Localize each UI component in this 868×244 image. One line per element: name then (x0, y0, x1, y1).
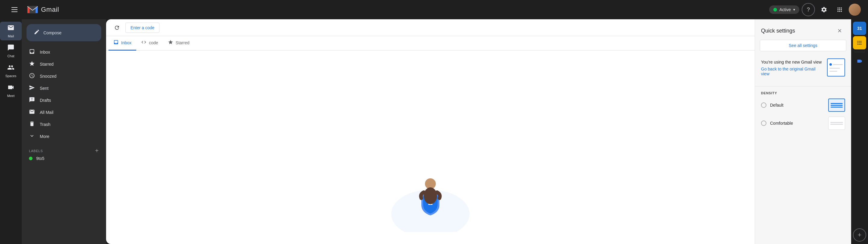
tab-starred[interactable]: Starred (163, 36, 194, 51)
inbox-tab-label: Inbox (121, 40, 131, 45)
inbox-icon (29, 49, 35, 56)
tab-inbox[interactable]: Inbox (108, 36, 136, 51)
tasks-button[interactable] (853, 36, 866, 50)
meet-nav-label: Meet (7, 94, 14, 98)
spaces-nav-icon (7, 64, 14, 73)
sidebar-item-drafts[interactable]: Drafts (24, 94, 101, 106)
quick-settings-header: Quick settings (755, 19, 851, 40)
nav-item-spaces[interactable]: Spaces (0, 61, 22, 80)
sidebar-item-all-mail[interactable]: All Mail (24, 106, 101, 118)
starred-icon (29, 61, 35, 68)
settings-button[interactable] (817, 3, 831, 16)
label-item-9to5[interactable]: 9to5 (29, 154, 99, 163)
sidebar-item-starred[interactable]: Starred (24, 58, 101, 70)
dp-line-1 (831, 103, 843, 104)
density-comfortable-row[interactable]: Comfortable (755, 114, 851, 132)
topbar: Gmail Active ▾ ? (0, 0, 868, 19)
sidebar-nav-list: Inbox Starred Snoozed Sent (22, 46, 106, 143)
compose-button[interactable]: Compose (27, 24, 101, 41)
quick-settings-title: Quick settings (761, 28, 795, 34)
labels-section: LABELS + 9to5 (22, 143, 106, 165)
tabs-row: Inbox code Starred (106, 36, 755, 51)
tab-code[interactable]: code (136, 36, 163, 51)
svg-point-9 (424, 187, 437, 204)
density-comfortable-left: Comfortable (761, 121, 793, 126)
labels-add-button[interactable]: + (95, 147, 99, 154)
sidebar-item-inbox[interactable]: Inbox (24, 46, 101, 58)
compose-icon (34, 29, 40, 36)
right-icon-sep-1 (854, 52, 865, 52)
snoozed-icon (29, 72, 35, 80)
refresh-button[interactable] (111, 22, 123, 34)
quick-settings-panel: Quick settings See all settings You're u… (755, 19, 851, 244)
snoozed-label: Snoozed (40, 74, 56, 79)
main-area: Mail Chat Spaces Meet Compose (0, 19, 868, 244)
sidebar-item-sent[interactable]: Sent (24, 82, 101, 94)
preview-dot (830, 63, 832, 66)
code-tab-label: code (149, 40, 158, 45)
compose-label: Compose (43, 30, 61, 35)
sidebar-item-more[interactable]: More (24, 130, 101, 143)
preview-line-3 (830, 71, 837, 72)
preview-line-1 (833, 64, 843, 65)
see-all-settings-button[interactable]: See all settings (760, 40, 846, 51)
density-default-label: Default (770, 103, 783, 108)
active-status-badge[interactable]: Active ▾ (769, 5, 799, 14)
sidebar-item-trash[interactable]: Trash (24, 118, 101, 130)
more-label: More (40, 134, 50, 139)
density-default-radio[interactable] (761, 102, 767, 108)
inbox-label: Inbox (40, 50, 50, 55)
inbox-tab-icon (113, 39, 119, 47)
sent-icon (29, 85, 35, 92)
cp-line-2 (830, 124, 843, 125)
sent-label: Sent (40, 86, 49, 91)
labels-header: LABELS + (29, 147, 99, 154)
help-button[interactable]: ? (802, 3, 815, 16)
meet-nav-icon (7, 84, 14, 93)
density-comfortable-label: Comfortable (770, 121, 793, 126)
nav-item-chat[interactable]: Chat (0, 41, 22, 60)
google-apps-button[interactable] (833, 3, 846, 16)
enter-code-button[interactable]: Enter a code (125, 23, 159, 33)
spaces-nav-label: Spaces (5, 74, 17, 78)
calendar-button[interactable]: 31 (853, 22, 866, 35)
labels-title: LABELS (29, 149, 43, 153)
app-name-label: Gmail (41, 6, 59, 13)
quick-settings-close-button[interactable] (834, 25, 845, 36)
avatar[interactable] (849, 4, 861, 16)
density-comfortable-radio[interactable] (761, 121, 767, 126)
starred-label: Starred (40, 62, 54, 67)
mail-nav-label: Mail (8, 34, 14, 38)
starred-tab-label: Starred (176, 40, 190, 45)
qs-divider-1 (755, 86, 851, 87)
enter-code-label: Enter a code (130, 25, 154, 30)
sidebar-item-snoozed[interactable]: Snoozed (24, 70, 101, 82)
nav-item-meet[interactable]: Meet (0, 81, 22, 100)
go-back-link[interactable]: Go back to the original Gmail view (761, 67, 824, 76)
density-default-row[interactable]: Default (755, 96, 851, 114)
add-side-app-button[interactable]: + (853, 228, 866, 242)
content-toolbar: Enter a code (106, 19, 755, 36)
gmail-logo: Gmail (27, 4, 59, 16)
dp-line-3 (831, 106, 843, 108)
mail-nav-icon (7, 24, 14, 33)
nav-item-mail[interactable]: Mail (0, 22, 22, 40)
content-main (106, 51, 755, 244)
google-meet-side-button[interactable] (853, 55, 866, 68)
right-icons-bar: 31 + (851, 19, 868, 244)
chat-nav-label: Chat (7, 54, 14, 58)
more-icon (29, 133, 35, 141)
new-view-text: You're using the new Gmail view (761, 59, 824, 65)
see-all-label: See all settings (789, 43, 817, 48)
menu-button[interactable] (7, 2, 22, 17)
left-nav: Mail Chat Spaces Meet (0, 19, 22, 244)
all-mail-label: All Mail (40, 110, 53, 115)
all-mail-icon (29, 109, 35, 116)
sidebar: Compose Inbox Starred Snoozed (22, 19, 106, 244)
active-chevron-icon: ▾ (793, 7, 795, 12)
density-default-preview (828, 98, 845, 112)
drafts-label: Drafts (40, 98, 51, 103)
avatar-image (849, 4, 861, 16)
label-dot-9to5 (29, 157, 33, 160)
code-tab-icon (141, 39, 147, 47)
